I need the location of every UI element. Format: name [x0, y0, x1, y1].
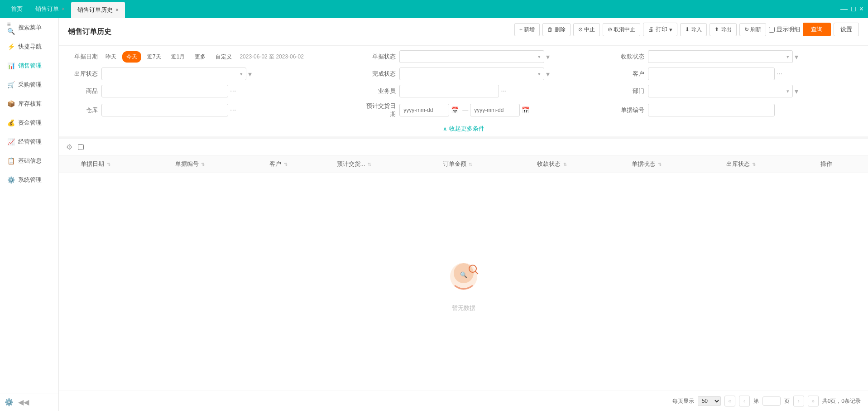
sidebar-item-finance[interactable]: 💰 资金管理 [0, 113, 58, 132]
date-more-btn[interactable]: 更多 [191, 51, 210, 63]
first-page-btn[interactable]: « [724, 396, 735, 406]
sidebar-collapse-btn[interactable]: ◀◀ [18, 398, 29, 406]
collapse-row[interactable]: ∧ 收起更多条件 [66, 123, 861, 135]
sidebar-item-sales-mgmt[interactable]: 📊 销售管理 [0, 56, 58, 75]
page-size-select[interactable]: 50 10 20 100 [698, 396, 721, 406]
sidebar-item-sys-mgmt[interactable]: ⚙️ 系统管理 [0, 170, 58, 189]
sort-date-icon[interactable]: ⇅ [107, 162, 110, 167]
minimize-btn[interactable]: — [840, 5, 848, 13]
set-btn[interactable]: 设置 [834, 23, 859, 36]
pay-status-select-wrap [648, 50, 793, 63]
date-custom-btn[interactable]: 自定义 [211, 51, 236, 63]
sidebar-item-basic-info[interactable]: 📋 基础信息 [0, 151, 58, 170]
import-btn[interactable]: ⬇ 导入 [680, 23, 707, 36]
sys-mgmt-icon: ⚙️ [7, 176, 14, 184]
calendar-end-icon[interactable]: 📅 [522, 106, 529, 114]
dept-select[interactable] [648, 85, 793, 97]
query-btn[interactable]: 查询 [803, 23, 831, 36]
sort-no-icon[interactable]: ⇅ [201, 162, 205, 167]
th-delivery[interactable]: 预计交货... ⇅ [331, 155, 437, 173]
window-controls: — □ × [840, 5, 863, 13]
delivery-date-end[interactable] [470, 104, 520, 116]
page-input[interactable]: 1 [762, 396, 781, 406]
prev-page-btn[interactable]: ‹ [739, 396, 750, 406]
warehouse-dots[interactable]: ··· [230, 106, 236, 114]
goods-cell: 商品 ··· [66, 85, 364, 97]
filter-row-1: 单据日期 昨天 今天 近7天 近1月 更多 自定义 2023-06-02 至 2… [66, 50, 861, 63]
customer-input[interactable] [648, 68, 775, 80]
sort-pay-icon[interactable]: ⇅ [563, 162, 567, 167]
refresh-btn[interactable]: ↻ 刷新 [739, 23, 766, 36]
date-last1m-btn[interactable]: 近1月 [167, 51, 189, 63]
salesman-dots[interactable]: ··· [501, 87, 507, 95]
goods-dots[interactable]: ··· [230, 87, 236, 95]
delivery-date-start[interactable] [399, 104, 449, 116]
th-no[interactable]: 单据编号 ⇅ [170, 155, 264, 173]
sort-out-icon[interactable]: ⇅ [752, 162, 756, 167]
last-page-btn[interactable]: » [808, 396, 819, 406]
tab-sales-order-history-close[interactable]: × [115, 7, 119, 13]
salesman-input[interactable] [399, 85, 499, 97]
delivery-date-cell: 预计交货日期 📅 — 📅 [364, 102, 612, 118]
show-detail-checkbox[interactable] [769, 27, 775, 33]
customer-dots[interactable]: ··· [777, 70, 782, 78]
page-size-label: 每页显示 [672, 397, 694, 405]
new-btn[interactable]: + 新增 [514, 23, 540, 36]
complete-status-cell: 完成状态 ▾ [364, 68, 612, 80]
sidebar-item-quick-nav[interactable]: ⚡ 快捷导航 [0, 37, 58, 56]
order-no-input[interactable] [648, 104, 775, 116]
table-settings-btn[interactable]: ⚙ [66, 143, 72, 151]
next-page-btn[interactable]: › [793, 396, 804, 406]
sidebar-item-purchase-mgmt[interactable]: 🛒 采购管理 [0, 75, 58, 94]
select-all-checkbox[interactable] [78, 144, 84, 150]
date-range-text: 2023-06-02 至 2023-06-02 [240, 53, 303, 61]
tab-sales-order[interactable]: 销售订单 × [29, 0, 71, 18]
page-title: 销售订单历史 [68, 27, 514, 37]
pay-status-select[interactable] [648, 50, 793, 63]
th-pay-status[interactable]: 收款状态 ⇅ [532, 155, 626, 173]
delivery-status-select[interactable] [101, 68, 246, 80]
print-btn[interactable]: 🖨 打印 ▾ [643, 23, 677, 36]
sort-doc-icon[interactable]: ⇅ [658, 162, 662, 167]
th-doc-status[interactable]: 单据状态 ⇅ [626, 155, 721, 173]
stop-btn[interactable]: ⊘ 中止 [573, 23, 600, 36]
cancel-stop-btn[interactable]: ⊘ 取消中止 [603, 23, 640, 36]
status-dropdown-icon: ▾ [546, 53, 550, 61]
date-yesterday-btn[interactable]: 昨天 [101, 51, 120, 63]
date-label: 单据日期 [66, 53, 98, 61]
th-amount[interactable]: 订单金额 ⇅ [437, 155, 532, 173]
sort-amount-icon[interactable]: ⇅ [469, 162, 472, 167]
delete-btn[interactable]: 🗑 删除 [542, 23, 570, 36]
close-btn[interactable]: × [859, 5, 863, 13]
th-out-status[interactable]: 出库状态 ⇅ [721, 155, 815, 173]
sort-delivery-icon[interactable]: ⇅ [368, 162, 371, 167]
delivery-status-dropdown-icon: ▾ [248, 70, 252, 78]
date-today-btn[interactable]: 今天 [122, 51, 141, 63]
delivery-status-label: 出库状态 [66, 70, 98, 78]
th-customer[interactable]: 客户 ⇅ [264, 155, 331, 173]
warehouse-input[interactable] [101, 104, 228, 116]
export-btn[interactable]: ⬆ 导出 [710, 23, 736, 36]
sidebar-item-ops[interactable]: 📈 经营管理 [0, 132, 58, 151]
sidebar-item-search-menu[interactable]: ≡🔍 搜索菜单 [0, 18, 58, 37]
show-detail-toggle[interactable]: 显示明细 [769, 25, 800, 34]
tab-sales-order-history[interactable]: 销售订单历史 × [71, 2, 125, 18]
finance-icon: 💰 [7, 119, 14, 126]
calendar-start-icon[interactable]: 📅 [451, 106, 459, 114]
sort-customer-icon[interactable]: ⇅ [284, 162, 288, 167]
dept-cell: 部门 ▾ [613, 85, 861, 97]
sales-mgmt-icon: 📊 [7, 62, 14, 69]
status-select[interactable] [399, 50, 544, 63]
sidebar-settings-btn[interactable]: ⚙️ [5, 398, 14, 406]
sidebar-item-inventory[interactable]: 📦 库存核算 [0, 94, 58, 113]
restore-btn[interactable]: □ [851, 5, 856, 13]
complete-status-select[interactable] [399, 68, 544, 80]
tab-sales-order-close[interactable]: × [62, 6, 65, 12]
tab-home[interactable]: 首页 [5, 5, 29, 13]
date-last7-btn[interactable]: 近7天 [143, 51, 165, 63]
order-no-cell: 单据编号 [613, 104, 861, 116]
th-date[interactable]: 单据日期 ⇅ [75, 155, 170, 173]
main-layout: ≡🔍 搜索菜单 ⚡ 快捷导航 📊 销售管理 🛒 采购管理 📦 库存核算 💰 资金… [0, 18, 868, 411]
top-bar: 首页 销售订单 × 销售订单历史 × — □ × [0, 0, 868, 18]
goods-input[interactable] [101, 85, 228, 97]
